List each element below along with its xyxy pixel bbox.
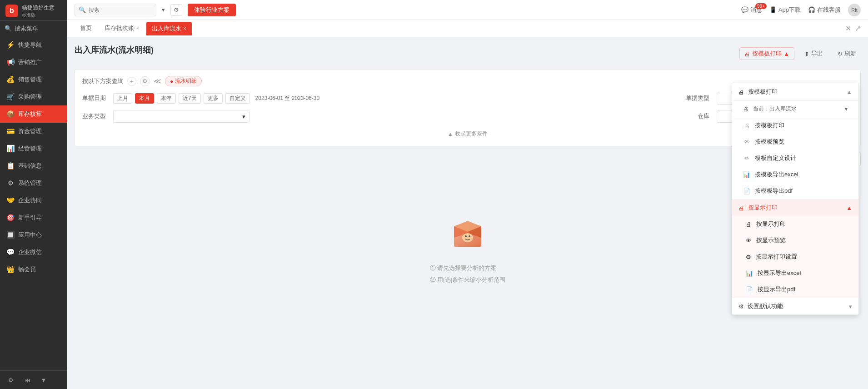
dropdown-header-arrow: ▲ bbox=[846, 89, 852, 95]
filter-add-button[interactable]: + bbox=[127, 77, 136, 86]
filter-expand-button[interactable]: ≪ bbox=[154, 77, 161, 85]
sidebar-item-basic[interactable]: 📋 基础信息 bbox=[0, 157, 67, 175]
tab-inventory-batch[interactable]: 库存批次账 × bbox=[99, 21, 145, 36]
header-gear-button[interactable]: ⚙ bbox=[170, 4, 182, 16]
dropdown-template-design[interactable]: ✏ 模板自定义设计 bbox=[732, 150, 858, 166]
appstore-icon: 🔲 bbox=[6, 231, 15, 239]
sidebar-item-wechat[interactable]: 💬 企业微信 bbox=[0, 244, 67, 261]
dropdown-template-print[interactable]: 🖨 按模板打印 bbox=[732, 117, 858, 134]
dropdown-template-preview[interactable]: 👁 按模板预览 bbox=[732, 134, 858, 150]
sidebar-logo: b 畅捷通好生意 标准版 bbox=[0, 0, 67, 21]
collapse-sidebar-icon[interactable]: ⏮ bbox=[23, 375, 32, 384]
dropdown-display-section-header[interactable]: 🖨 按显示打印 ▲ bbox=[732, 199, 858, 216]
app-download-button[interactable]: 📱 App下载 bbox=[769, 6, 801, 14]
display-section-icon: 🖨 bbox=[738, 204, 744, 211]
template-excel-icon: 📊 bbox=[743, 171, 750, 178]
tab-actions: ✕ ⤢ bbox=[845, 24, 861, 33]
tab-home[interactable]: 首页 bbox=[75, 21, 97, 36]
header-right: 💬 消息 99+ 📱 App下载 🎧 在线客服 Rit bbox=[741, 4, 861, 16]
header-search-box[interactable]: 🔍 bbox=[75, 4, 156, 16]
finance-icon: 💳 bbox=[6, 127, 15, 135]
message-button[interactable]: 💬 消息 99+ bbox=[741, 6, 762, 14]
sidebar-item-quick-nav[interactable]: ⚡ 快捷导航 bbox=[0, 36, 67, 54]
dropdown-display-print[interactable]: 🖨 按显示打印 bbox=[732, 216, 858, 232]
user-avatar[interactable]: Rit bbox=[848, 4, 861, 16]
date-options: 上月 本月 本年 近7天 更多 自定义 2023-06-01 至 2023-06… bbox=[113, 93, 319, 104]
sidebar-item-guide[interactable]: 🎯 新手引导 bbox=[0, 209, 67, 226]
close-window-icon[interactable]: ✕ bbox=[845, 24, 851, 33]
dropdown-current-item[interactable]: 🖨 当前：出入库流水 ▾ bbox=[732, 101, 858, 117]
header: 🔍 ▾ ⚙ 体验行业方案 💬 消息 99+ 📱 App下载 🎧 在线客服 bbox=[67, 0, 868, 20]
refresh-icon: ↻ bbox=[838, 50, 843, 57]
date-btn-this-month[interactable]: 本月 bbox=[135, 93, 154, 104]
display-section-arrow: ▲ bbox=[846, 204, 852, 211]
filter-settings-button[interactable]: ⚙ bbox=[140, 76, 150, 86]
message-badge: 99+ bbox=[755, 3, 767, 9]
tab-inventory-batch-close[interactable]: × bbox=[136, 25, 139, 31]
print-template-button[interactable]: 🖨 按模板打印 ▲ bbox=[739, 47, 794, 60]
svg-point-4 bbox=[462, 233, 473, 242]
maximize-window-icon[interactable]: ⤢ bbox=[855, 24, 861, 33]
trial-button[interactable]: 体验行业方案 bbox=[188, 4, 236, 16]
tab-inout-flow[interactable]: 出入库流水 × bbox=[146, 22, 192, 35]
page-content: 出入库流水(流水明细) 🖨 按模板打印 ▲ ⬆ 导出 ↻ 刷新 bbox=[67, 37, 868, 389]
title-actions: 🖨 按模板打印 ▲ ⬆ 导出 ↻ 刷新 bbox=[739, 47, 861, 60]
scroll-down-icon[interactable]: ▼ bbox=[39, 375, 48, 384]
sidebar-search[interactable]: 🔍 搜索菜单 bbox=[0, 21, 67, 36]
online-service-button[interactable]: 🎧 在线客服 bbox=[808, 6, 841, 14]
sidebar-item-corp[interactable]: 🤝 企业协同 bbox=[0, 192, 67, 209]
dropdown-display-preview[interactable]: 👁 按显示预览 bbox=[732, 232, 858, 249]
export-button[interactable]: ⬆ 导出 bbox=[800, 48, 828, 60]
dropdown-template-pdf[interactable]: 📄 按模板导出pdf bbox=[732, 183, 858, 199]
svg-point-5 bbox=[465, 235, 467, 237]
date-btn-this-year[interactable]: 本年 bbox=[157, 93, 176, 104]
member-icon: 👑 bbox=[6, 265, 15, 274]
page-title: 出入库流水(流水明细) bbox=[75, 45, 154, 55]
headset-icon: 🎧 bbox=[808, 6, 815, 13]
biz-type-select[interactable]: ▾ bbox=[113, 110, 249, 123]
dropdown-template-excel[interactable]: 📊 按模板导出excel bbox=[732, 166, 858, 183]
display-settings-icon: ⚙ bbox=[746, 254, 751, 260]
date-range-display: 2023-06-01 至 2023-06-30 bbox=[255, 95, 319, 102]
message-icon: 💬 bbox=[741, 6, 748, 13]
export-icon: ⬆ bbox=[804, 50, 809, 57]
dropdown-display-excel[interactable]: 📊 按显示导出excel bbox=[732, 265, 858, 281]
sidebar-item-appstore[interactable]: 🔲 应用中心 bbox=[0, 226, 67, 244]
filter-tag-icon: ● bbox=[170, 78, 173, 85]
wechat-icon: 💬 bbox=[6, 248, 15, 256]
dropdown-display-pdf[interactable]: 📄 按显示导出pdf bbox=[732, 281, 858, 298]
date-btn-last-month[interactable]: 上月 bbox=[113, 93, 132, 104]
refresh-button[interactable]: ↻ 刷新 bbox=[833, 48, 861, 60]
filter-tag-stream[interactable]: ● 流水明细 bbox=[165, 76, 202, 86]
app-name: 畅捷通好生意 标准版 bbox=[22, 5, 55, 18]
sales-icon: 💰 bbox=[6, 75, 15, 84]
display-preview-icon: 👁 bbox=[746, 237, 752, 244]
sidebar-item-sales[interactable]: 💰 销售管理 bbox=[0, 71, 67, 88]
sidebar-item-finance[interactable]: 💳 资金管理 bbox=[0, 123, 67, 140]
sidebar-item-inventory[interactable]: 📦 库存核算 bbox=[0, 105, 67, 123]
guide-icon: 🎯 bbox=[6, 214, 15, 222]
tab-inout-flow-close[interactable]: × bbox=[183, 25, 186, 32]
date-btn-custom[interactable]: 自定义 bbox=[225, 93, 250, 104]
dropdown-footer[interactable]: ⚙ 设置默认功能 ▾ bbox=[732, 298, 858, 314]
print-dropdown-icon: 🖨 bbox=[738, 89, 744, 95]
empty-illustration bbox=[445, 208, 490, 255]
settings-bottom-icon[interactable]: ⚙ bbox=[6, 375, 15, 384]
date-btn-more[interactable]: 更多 bbox=[204, 93, 223, 104]
header-dropdown[interactable]: ▾ bbox=[162, 6, 165, 13]
date-btn-7days[interactable]: 近7天 bbox=[179, 93, 201, 104]
print-dropdown-header[interactable]: 🖨 按模板打印 ▲ bbox=[732, 83, 858, 101]
chevron-up-icon: ▲ bbox=[783, 50, 789, 57]
sidebar-item-operations[interactable]: 📊 经营管理 bbox=[0, 140, 67, 157]
dropdown-display-settings[interactable]: ⚙ 按显示打印设置 bbox=[732, 249, 858, 265]
header-search-input[interactable] bbox=[89, 7, 143, 13]
display-pdf-icon: 📄 bbox=[746, 286, 753, 293]
sidebar-item-marketing[interactable]: 📢 营销推广 bbox=[0, 54, 67, 71]
marketing-icon: 📢 bbox=[6, 58, 15, 66]
sidebar-item-member[interactable]: 👑 畅会员 bbox=[0, 261, 67, 278]
app-logo-icon: b bbox=[5, 5, 18, 17]
sidebar-item-system[interactable]: ⚙ 系统管理 bbox=[0, 175, 67, 192]
empty-steps: ① 请先选择要分析的方案 ② 用[选]条件来缩小分析范围 bbox=[430, 262, 506, 286]
header-search-icon: 🔍 bbox=[79, 6, 86, 13]
sidebar-item-purchase[interactable]: 🛒 采购管理 bbox=[0, 88, 67, 105]
